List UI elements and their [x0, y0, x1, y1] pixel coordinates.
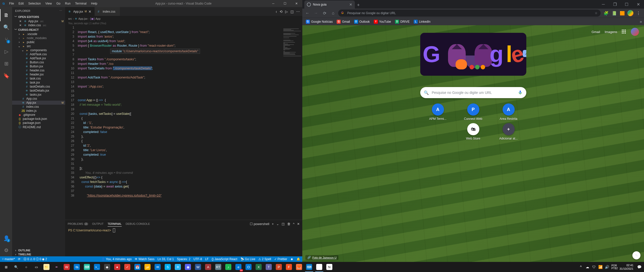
- taskbar-word-icon[interactable]: W: [193, 262, 203, 272]
- timeline-section[interactable]: ›TIMELINE: [12, 252, 65, 256]
- bookmark-gmail[interactable]: GGmail: [335, 19, 351, 25]
- photo-attribution[interactable]: 🔗 Foto de Jaewoon U: [305, 255, 338, 260]
- tree-item-node_modules[interactable]: ›▸node_modules: [12, 36, 65, 40]
- gmail-link[interactable]: Gmail: [591, 30, 600, 34]
- tray-chevron-icon[interactable]: ^: [579, 265, 583, 269]
- taskbar-todoist-icon[interactable]: ✓: [122, 262, 132, 272]
- customize-button[interactable]: ✎: [632, 251, 640, 259]
- tab-index.css[interactable]: #index.css: [95, 7, 120, 16]
- bookmark-drive[interactable]: DDRIVE: [393, 19, 411, 25]
- taskbar-powerpoint-icon[interactable]: P: [274, 262, 284, 272]
- clock[interactable]: 02:41 31/10/2021: [618, 263, 635, 271]
- menu-go[interactable]: Go: [54, 1, 62, 6]
- more-bookmarks-icon[interactable]: »: [640, 19, 642, 24]
- taskbar-start-icon[interactable]: ⊞: [1, 262, 11, 272]
- terminal-tab[interactable]: TERMINAL: [108, 221, 122, 227]
- profile-avatar[interactable]: [627, 10, 633, 16]
- minimize-button[interactable]: ─: [267, 0, 279, 7]
- tree-item-header.css[interactable]: #header.css: [12, 68, 65, 72]
- taskbar-wps-icon[interactable]: W: [62, 262, 72, 272]
- source-control-icon[interactable]: ⑂1: [0, 33, 12, 45]
- maximize-panel-icon[interactable]: ^: [293, 222, 294, 226]
- taskbar-recorder-icon[interactable]: ●: [112, 262, 122, 272]
- tree-item-components[interactable]: ⌄▸components: [12, 48, 65, 52]
- tree-item-.vscode[interactable]: ›▸.vscode: [12, 32, 65, 36]
- google-doodle[interactable]: G g l e ↗: [420, 33, 526, 76]
- dropdown-icon[interactable]: ⌄: [276, 222, 279, 226]
- ext-2-icon[interactable]: 🟧: [619, 10, 625, 16]
- prettier[interactable]: ✓ Prettier: [274, 257, 287, 261]
- search-icon[interactable]: 🔍: [0, 21, 12, 33]
- taskbar-notion-icon[interactable]: N: [324, 262, 334, 272]
- tree-item-public[interactable]: ›▸public: [12, 40, 65, 44]
- taskbar-excel-icon[interactable]: X: [254, 262, 264, 272]
- kill-terminal-icon[interactable]: 🗑: [287, 222, 290, 226]
- notifications-icon[interactable]: 💬: [637, 265, 641, 269]
- taskbar-skype-icon[interactable]: S: [163, 262, 173, 272]
- tree-item-.gitignore[interactable]: ◆.gitignore: [12, 113, 65, 117]
- back-button[interactable]: ←: [304, 10, 311, 17]
- shell-selector[interactable]: ☐ powershell: [250, 222, 269, 226]
- menu-terminal[interactable]: Terminal: [73, 1, 88, 6]
- tree-item-src[interactable]: ⌄▸src: [12, 44, 65, 48]
- menu-icon[interactable]: ⋮: [635, 10, 641, 16]
- close-button[interactable]: ✕: [291, 0, 302, 7]
- maximize-button[interactable]: ☐: [621, 0, 632, 9]
- open-editors-section[interactable]: ﹀OPEN EDITORS: [12, 14, 65, 19]
- images-link[interactable]: Imagens: [605, 30, 617, 34]
- tree-item-Button.css[interactable]: #Button.css: [12, 60, 65, 64]
- taskbar-telegram-icon[interactable]: ✈: [173, 262, 183, 272]
- tree-item-AddTask.jsx[interactable]: ⚛AddTask.jsx: [12, 56, 65, 60]
- language-mode[interactable]: {} JavaScript React: [212, 257, 237, 261]
- taskbar-chrome-icon[interactable]: ◉: [314, 262, 324, 272]
- tree-item-index.js[interactable]: JSindex.js: [12, 109, 65, 113]
- restore-button[interactable]: ❐: [609, 0, 621, 9]
- maximize-button[interactable]: ☐: [279, 0, 291, 7]
- feedback-icon[interactable]: ☻: [290, 257, 293, 261]
- language-indicator[interactable]: PORPTB2: [611, 264, 616, 270]
- new-tab-button[interactable]: +: [355, 2, 362, 9]
- tree-item-tasks.jsx[interactable]: ⚛tasks.jsx: [12, 93, 65, 97]
- taskbar-outlook-icon[interactable]: O: [243, 262, 254, 272]
- bookmark-linkedin[interactable]: LLinkedIn: [412, 19, 432, 25]
- extensions-icon[interactable]: ⊞: [0, 58, 12, 70]
- tree-item-App.css[interactable]: #App.css: [12, 97, 65, 101]
- go-live[interactable]: 📡 Go Live: [240, 257, 255, 261]
- tab-App.jsx[interactable]: ⚛App.jsxM✕: [65, 7, 95, 16]
- code-editor[interactable]: 1234567891011121314151617181920212223242…: [65, 25, 302, 220]
- split-terminal-icon[interactable]: ◫: [282, 222, 285, 226]
- menu-help[interactable]: Help: [89, 1, 100, 6]
- tree-item-AddTask.css[interactable]: #AddTask.css: [12, 52, 65, 56]
- taskbar-figma-icon[interactable]: F: [284, 262, 294, 272]
- wifi-icon[interactable]: 📶: [598, 265, 603, 269]
- menu-selection[interactable]: Selection: [26, 1, 43, 6]
- taskbar-files-icon[interactable]: 📂: [142, 262, 153, 272]
- taskbar-rt-icon[interactable]: RT: [213, 262, 223, 272]
- volume-icon[interactable]: 🔊: [605, 265, 609, 269]
- new-terminal-icon[interactable]: +: [272, 222, 274, 226]
- taskbar-terminal-icon[interactable]: >_: [92, 262, 102, 272]
- taskbar-access-icon[interactable]: A: [203, 262, 213, 272]
- settings-icon[interactable]: ⚙: [0, 244, 12, 256]
- tree-item-task.jsx[interactable]: ⚛task.jsx: [12, 80, 65, 85]
- cursor-position[interactable]: Ln 33, Col 1: [158, 257, 174, 261]
- open-editor-App.jsx[interactable]: ✕⚛App.jsxsrcM: [12, 19, 65, 23]
- tree-item-App.jsx[interactable]: ⚛App.jsxM: [12, 101, 65, 105]
- explorer-icon[interactable]: 🗎: [0, 9, 12, 21]
- close-icon[interactable]: ✕: [18, 20, 22, 23]
- taskbar-store-icon[interactable]: 🛍: [72, 262, 82, 272]
- tree-item-taskDetails.css[interactable]: #taskDetails.css: [12, 85, 65, 89]
- compare-icon[interactable]: ⟲: [280, 10, 283, 14]
- minimap[interactable]: [282, 25, 302, 220]
- home-button[interactable]: ⌂: [330, 10, 337, 17]
- gitlens-blame[interactable]: 👤 You, 4 minutes ago: [101, 257, 132, 261]
- outline-section[interactable]: ›OUTLINE: [12, 248, 65, 252]
- taskbar-vscode-insiders-icon[interactable]: ⌨: [82, 262, 92, 272]
- tree-item-task.css[interactable]: #task.css: [12, 76, 65, 80]
- taskbar-firefox-icon[interactable]: 🦊: [294, 262, 304, 272]
- tree-item-package-lock.json[interactable]: {}package-lock.json: [12, 117, 65, 121]
- run-icon[interactable]: ▷: [285, 10, 288, 14]
- problems-indicator[interactable]: ⓧ 0 ⚠ 0 ⓘ 0 ◉ 2: [23, 257, 47, 261]
- close-panel-icon[interactable]: ✕: [297, 222, 300, 226]
- taskbar-search-icon[interactable]: 🔍: [11, 262, 21, 272]
